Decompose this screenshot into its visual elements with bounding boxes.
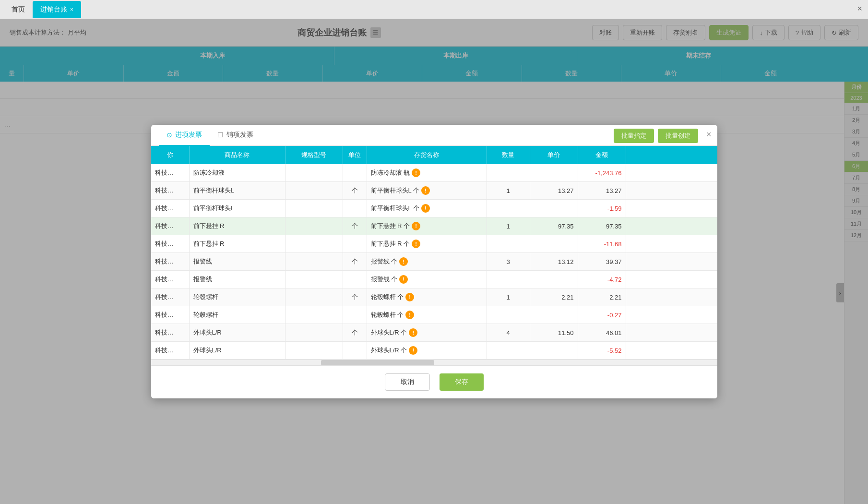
td-qty-3: 1 bbox=[487, 217, 530, 235]
td-spec-6 bbox=[285, 271, 343, 288]
table-row[interactable]: 科技… 轮毂螺杆 轮毂螺杆 个 ! -0.27 bbox=[151, 306, 717, 324]
dialog-overlay: ⊙ 进项发票 ☐ 销项发票 批量指定 批量创建 × 你 商品名称 bbox=[0, 19, 868, 504]
table-row[interactable]: 科技… 前平衡杆球头L 个 前平衡杆球头L 个 ! 1 13.27 13.27 bbox=[151, 182, 717, 200]
batch-assign-button[interactable]: 批量指定 bbox=[614, 129, 654, 143]
dialog-footer: 取消 保存 bbox=[151, 365, 717, 398]
td-amount-8: -0.27 bbox=[578, 306, 626, 324]
td-company-2: 科技… bbox=[151, 200, 190, 217]
td-unitprice-5: 13.12 bbox=[530, 253, 578, 270]
td-product-4: 前下悬挂 R bbox=[190, 235, 285, 252]
td-product-8: 轮毂螺杆 bbox=[190, 306, 285, 324]
tab-purchase-invoice[interactable]: ⊙ 进项发票 bbox=[159, 125, 210, 146]
td-inventory-7: 轮毂螺杆 个 ! bbox=[367, 288, 487, 306]
td-company-0: 科技… bbox=[151, 164, 190, 181]
cancel-button[interactable]: 取消 bbox=[385, 373, 430, 391]
th-qty: 数量 bbox=[487, 146, 530, 164]
td-unit-3: 个 bbox=[343, 217, 367, 235]
td-qty-9: 4 bbox=[487, 324, 530, 341]
table-row[interactable]: 科技… 外球头L/R 外球头L/R 个 ! -5.52 bbox=[151, 342, 717, 360]
td-unitprice-3: 97.35 bbox=[530, 217, 578, 235]
th-unit-price: 单价 bbox=[530, 146, 578, 164]
invoice-out-icon: ☐ bbox=[217, 131, 224, 139]
td-product-0: 防冻冷却液 bbox=[190, 164, 285, 181]
td-unitprice-1: 13.27 bbox=[530, 182, 578, 199]
warning-icon: ! bbox=[409, 328, 417, 337]
warning-icon: ! bbox=[399, 257, 408, 266]
td-unit-6 bbox=[343, 271, 367, 288]
scrollbar-thumb[interactable] bbox=[321, 360, 434, 365]
dialog-scrollbar[interactable] bbox=[151, 360, 717, 365]
table-row[interactable]: 科技… 报警线 报警线 个 ! -4.72 bbox=[151, 271, 717, 288]
td-amount-10: -5.52 bbox=[578, 342, 626, 359]
td-company-3: 科技… bbox=[151, 217, 190, 235]
td-spec-7 bbox=[285, 288, 343, 306]
td-unit-8 bbox=[343, 306, 367, 324]
table-row[interactable]: 科技… 前下悬挂 R 个 前下悬挂 R 个 ! 1 97.35 97.35 bbox=[151, 217, 717, 235]
td-qty-0 bbox=[487, 164, 530, 181]
td-unit-10 bbox=[343, 342, 367, 359]
td-inventory-2: 前平衡杆球头L 个 ! bbox=[367, 200, 487, 217]
td-unit-4 bbox=[343, 235, 367, 252]
td-amount-7: 2.21 bbox=[578, 288, 626, 306]
td-amount-4: -11.68 bbox=[578, 235, 626, 252]
table-row[interactable]: 科技… 轮毂螺杆 个 轮毂螺杆 个 ! 1 2.21 2.21 bbox=[151, 288, 717, 306]
table-row[interactable]: 科技… 报警线 个 报警线 个 ! 3 13.12 39.37 bbox=[151, 253, 717, 271]
table-row[interactable]: 科技… 防冻冷却液 防冻冷却液 瓶 ! -1,243.76 bbox=[151, 164, 717, 182]
save-button[interactable]: 保存 bbox=[440, 373, 484, 391]
td-amount-3: 97.35 bbox=[578, 217, 626, 235]
td-spec-1 bbox=[285, 182, 343, 199]
dialog-table: 你 商品名称 规格型号 单位 存货名称 数量 单价 金额 科技… 防冻冷却液 防… bbox=[151, 146, 717, 360]
tab-home[interactable]: 首页 bbox=[4, 1, 33, 18]
dialog-header: ⊙ 进项发票 ☐ 销项发票 批量指定 批量创建 × bbox=[151, 125, 717, 146]
batch-create-button[interactable]: 批量创建 bbox=[658, 129, 698, 143]
td-unitprice-2 bbox=[530, 200, 578, 217]
td-company-10: 科技… bbox=[151, 342, 190, 359]
invoice-dialog: ⊙ 进项发票 ☐ 销项发票 批量指定 批量创建 × 你 商品名称 bbox=[151, 125, 717, 398]
td-amount-9: 46.01 bbox=[578, 324, 626, 341]
td-inventory-3: 前下悬挂 R 个 ! bbox=[367, 217, 487, 235]
warning-icon: ! bbox=[409, 346, 417, 355]
td-inventory-5: 报警线 个 ! bbox=[367, 253, 487, 270]
tab-ledger[interactable]: 进销台账 × bbox=[33, 1, 81, 18]
td-unitprice-9: 11.50 bbox=[530, 324, 578, 341]
th-inventory-name: 存货名称 bbox=[367, 146, 487, 164]
td-product-2: 前平衡杆球头L bbox=[190, 200, 285, 217]
td-inventory-10: 外球头L/R 个 ! bbox=[367, 342, 487, 359]
td-qty-8 bbox=[487, 306, 530, 324]
td-unitprice-7: 2.21 bbox=[530, 288, 578, 306]
td-amount-6: -4.72 bbox=[578, 271, 626, 288]
th-unit: 单位 bbox=[343, 146, 367, 164]
td-company-7: 科技… bbox=[151, 288, 190, 306]
td-product-5: 报警线 bbox=[190, 253, 285, 270]
td-spec-9 bbox=[285, 324, 343, 341]
table-body: 科技… 防冻冷却液 防冻冷却液 瓶 ! -1,243.76 科技… 前平衡杆球头… bbox=[151, 164, 717, 360]
main-area: 销售成本计算方法： 月平均 商贸企业进销台账 ☰ 对账 重新开账 存货别名 生成… bbox=[0, 19, 868, 504]
td-amount-2: -1.59 bbox=[578, 200, 626, 217]
dialog-top-actions: 批量指定 批量创建 bbox=[614, 129, 698, 143]
td-spec-10 bbox=[285, 342, 343, 359]
table-row[interactable]: 科技… 前平衡杆球头L 前平衡杆球头L 个 ! -1.59 bbox=[151, 200, 717, 217]
tab-sale-invoice[interactable]: ☐ 销项发票 bbox=[210, 125, 261, 146]
th-company: 你 bbox=[151, 146, 190, 164]
td-unit-9: 个 bbox=[343, 324, 367, 341]
td-product-7: 轮毂螺杆 bbox=[190, 288, 285, 306]
td-spec-4 bbox=[285, 235, 343, 252]
dialog-close-button[interactable]: × bbox=[706, 130, 712, 140]
table-row[interactable]: 科技… 外球头L/R 个 外球头L/R 个 ! 4 11.50 46.01 bbox=[151, 324, 717, 342]
td-spec-3 bbox=[285, 217, 343, 235]
td-qty-2 bbox=[487, 200, 530, 217]
table-row[interactable]: 科技… 前下悬挂 R 前下悬挂 R 个 ! -11.68 bbox=[151, 235, 717, 253]
window-close-button[interactable]: × bbox=[857, 4, 862, 14]
td-product-1: 前平衡杆球头L bbox=[190, 182, 285, 199]
td-spec-8 bbox=[285, 306, 343, 324]
td-product-6: 报警线 bbox=[190, 271, 285, 288]
td-company-8: 科技… bbox=[151, 306, 190, 324]
td-qty-7: 1 bbox=[487, 288, 530, 306]
td-amount-0: -1,243.76 bbox=[578, 164, 626, 181]
tab-close-ledger[interactable]: × bbox=[70, 6, 73, 13]
warning-icon: ! bbox=[421, 204, 430, 213]
table-header-row: 你 商品名称 规格型号 单位 存货名称 数量 单价 金额 bbox=[151, 146, 717, 164]
td-product-3: 前下悬挂 R bbox=[190, 217, 285, 235]
td-company-1: 科技… bbox=[151, 182, 190, 199]
td-unitprice-6 bbox=[530, 271, 578, 288]
